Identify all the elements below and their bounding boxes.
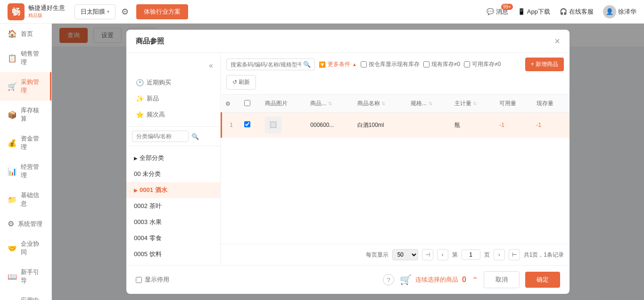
cat-all[interactable]: ▶ 全部分类	[126, 150, 220, 166]
last-page-button[interactable]: ⊢	[509, 249, 520, 260]
cart-collapse-icon[interactable]: ⌃	[472, 275, 478, 284]
col-unit[interactable]: 主计量 ⇅	[451, 95, 495, 113]
check-warehouse-input[interactable]	[361, 61, 367, 67]
col-name[interactable]: 商品名称 ⇅	[354, 95, 407, 113]
sidebar: 🏠 首页 📋 销售管理 🛒 采购管理 📦 库存核算 💰 资金管理 📊 经营管理 …	[0, 24, 52, 300]
sidebar-item-collab[interactable]: 🤝 企业协同	[0, 234, 51, 262]
collapse-panel-button[interactable]: «	[203, 58, 215, 74]
modal-body: « 🕐 近期购买 ✨ 新品 ⭐	[126, 53, 570, 265]
page-total-info: 共1页，1条记录	[524, 251, 564, 259]
row-checkbox-cell[interactable]	[240, 113, 261, 138]
confirm-button[interactable]: 确定	[525, 272, 560, 288]
cta-button[interactable]: 体验行业方案	[136, 4, 188, 19]
select-all-checkbox[interactable]	[244, 100, 250, 106]
category-search-icon[interactable]: 🔍	[191, 133, 199, 140]
frequent-icon: ⭐	[136, 111, 144, 118]
product-table-wrap: ⚙ 商品图片 商品... ⇅	[221, 95, 570, 244]
modal-right-panel: 🔍 🔽 更多条件 ▲ 按仓库显示现有库存	[221, 53, 570, 265]
product-table: ⚙ 商品图片 商品... ⇅	[221, 95, 570, 138]
sidebar-item-guide[interactable]: 📖 新手引导	[0, 262, 51, 291]
gear-icon[interactable]: ⚙	[121, 7, 129, 17]
per-page-select[interactable]: 50 10 20 100	[392, 249, 418, 260]
modal-toolbar: 🔍 🔽 更多条件 ▲ 按仓库显示现有库存	[221, 53, 570, 95]
purchase-icon: 🛒	[8, 82, 17, 91]
sidebar-item-business[interactable]: 📊 经营管理	[0, 157, 51, 185]
logo-name: 畅捷通好生意	[28, 4, 65, 12]
message-icon: 💬	[487, 8, 494, 15]
filter-arrow-icon: ▲	[352, 62, 357, 67]
sidebar-item-finance[interactable]: 💰 资金管理	[0, 129, 51, 157]
product-search-box[interactable]: 🔍	[226, 58, 315, 70]
next-page-button[interactable]: ›	[494, 249, 505, 260]
sidebar-item-home[interactable]: 🏠 首页	[0, 24, 51, 44]
row-name: 白酒100ml	[354, 113, 407, 138]
cat-0001[interactable]: ▶ 0001 酒水	[126, 182, 220, 198]
sidebar-item-sales[interactable]: 📋 销售管理	[0, 44, 51, 72]
sidebar-item-purchase[interactable]: 🛒 采购管理	[0, 72, 51, 100]
sidebar-item-inventory[interactable]: 📦 库存核算	[0, 100, 51, 129]
nav-right: 💬 消息 99+ 📱 App下载 🎧 在线客服 👤 徐泽华	[487, 5, 636, 18]
cat-arrow-icon: ▶	[134, 156, 138, 161]
quick-link-new[interactable]: ✨ 新品	[132, 92, 215, 106]
table-row[interactable]: 1 🖼 000600... 白酒100ml	[222, 113, 570, 138]
check-available[interactable]: 可用库存≠0	[464, 60, 501, 68]
clock-icon: 🕐	[136, 79, 144, 86]
refresh-product-button[interactable]: ↺ 刷新	[226, 75, 256, 90]
add-product-button[interactable]: + 新增商品	[525, 58, 564, 71]
modal-left-panel: « 🕐 近期购买 ✨ 新品 ⭐	[126, 53, 221, 265]
col-code[interactable]: 商品... ⇅	[306, 95, 354, 113]
avatar: 👤	[603, 5, 616, 18]
check-available-input[interactable]	[464, 61, 470, 67]
sort-name-icon: ⇅	[381, 101, 385, 106]
store-selector[interactable]: 日太阳膜 ▾	[74, 4, 116, 19]
prev-page-button[interactable]: ‹	[437, 249, 448, 260]
check-existing[interactable]: 现有库存≠0	[423, 60, 460, 68]
app-download-btn[interactable]: 📱 App下载	[518, 8, 550, 16]
modal-close-button[interactable]: ×	[554, 36, 560, 46]
chevron-down-icon: ▾	[107, 9, 109, 14]
col-image: 商品图片	[261, 95, 306, 113]
user-menu[interactable]: 👤 徐泽华	[603, 5, 636, 18]
pagination: 每页显示 50 10 20 100 ⊣ ‹ 第 页	[221, 244, 570, 265]
quick-link-recent-label: 近期购买	[147, 78, 171, 87]
sidebar-label-home: 首页	[21, 30, 33, 38]
sales-icon: 📋	[8, 54, 17, 63]
content-area: 查询 设置 刷新 商品参照 × «	[52, 24, 644, 300]
row-available: -1	[495, 113, 532, 138]
row-checkbox[interactable]	[244, 121, 250, 127]
category-search-input[interactable]	[132, 131, 189, 142]
cat-0002[interactable]: 0002 茶叶	[126, 198, 220, 214]
show-disabled-checkbox[interactable]: 显示停用	[136, 275, 169, 284]
top-nav: 畅 畅捷通好生意 精品版 日太阳膜 ▾ ⚙ 体验行业方案 💬 消息 99+ 📱 …	[0, 0, 644, 24]
check-existing-input[interactable]	[423, 61, 429, 67]
page-number-input[interactable]	[462, 250, 480, 260]
help-icon[interactable]: ?	[383, 274, 394, 285]
cat-0004[interactable]: 0004 零食	[126, 230, 220, 246]
logo-area: 畅 畅捷通好生意 精品版	[8, 3, 65, 20]
product-search-input[interactable]	[231, 61, 301, 68]
first-page-button[interactable]: ⊣	[422, 249, 433, 260]
sidebar-item-basics[interactable]: 📁 基础信息	[0, 185, 51, 214]
filter-button[interactable]: 🔽 更多条件 ▲	[319, 60, 357, 68]
notifications-btn[interactable]: 💬 消息 99+	[487, 8, 508, 16]
cancel-button[interactable]: 取消	[484, 271, 520, 288]
show-disabled-input[interactable]	[136, 277, 142, 283]
cart-icon: 🛒	[400, 274, 412, 285]
cat-0005[interactable]: 0005 饮料	[126, 246, 220, 262]
guide-icon: 📖	[8, 272, 17, 281]
sidebar-item-apps[interactable]: 📱 应用中心	[0, 291, 51, 300]
cat-0003[interactable]: 0003 水果	[126, 214, 220, 230]
cat-00[interactable]: 00 未分类	[126, 166, 220, 182]
sidebar-item-system[interactable]: ⚙ 系统管理	[0, 214, 51, 234]
quick-link-recent[interactable]: 🕐 近期购买	[132, 75, 215, 90]
star-new-icon: ✨	[136, 95, 144, 102]
show-disabled-label: 显示停用	[145, 275, 169, 284]
search-icon: 🔍	[303, 61, 311, 68]
col-settings[interactable]: ⚙	[222, 95, 241, 113]
online-service-btn[interactable]: 🎧 在线客服	[560, 8, 594, 16]
sidebar-label-finance: 资金管理	[21, 134, 44, 151]
col-spec[interactable]: 规格... ⇅	[407, 95, 450, 113]
product-thumbnail: 🖼	[265, 117, 282, 133]
check-warehouse[interactable]: 按仓库显示现有库存	[361, 60, 420, 68]
quick-link-frequent[interactable]: ⭐ 频次高	[132, 108, 215, 122]
